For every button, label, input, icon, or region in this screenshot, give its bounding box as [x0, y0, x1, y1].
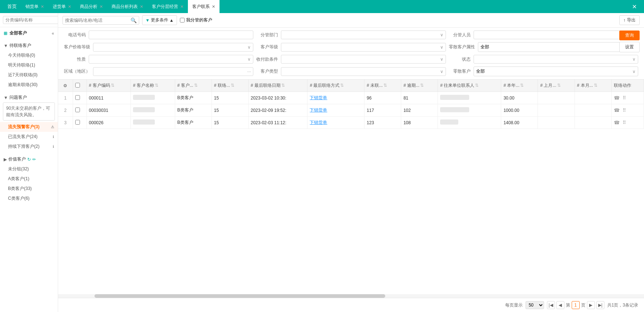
- search-button[interactable]: 🔍: [130, 17, 137, 23]
- customer-level-select[interactable]: ∨: [281, 43, 446, 52]
- first-page-button[interactable]: |◀: [547, 301, 555, 309]
- sidebar-item-ungrouped[interactable]: 未分组(32): [0, 164, 58, 174]
- table-header-last-method[interactable]: # 最后联络方式⇅: [307, 80, 365, 92]
- table-header-last-month[interactable]: # 上月...⇅: [538, 80, 575, 92]
- nav-tab-进货单[interactable]: 进货单 ✕: [48, 0, 76, 13]
- page-size-select[interactable]: 50 100 200: [526, 301, 544, 309]
- nav-tab-商品分析列表[interactable]: 商品分析列表 ✕: [107, 0, 148, 13]
- sidebar-section-problem-title[interactable]: ▼ 问题客户: [0, 93, 58, 102]
- table-header-overdue[interactable]: # 逾期...⇅: [401, 80, 438, 92]
- table-header-no-contact[interactable]: # 未联...⇅: [365, 80, 401, 92]
- close-icon[interactable]: ✕: [41, 4, 44, 9]
- last-method-link[interactable]: 下销货单: [310, 108, 327, 113]
- row-checkbox[interactable]: [73, 104, 86, 117]
- nav-tab-客户分层经营[interactable]: 客户分层经营 ✕: [148, 0, 188, 13]
- table-header-code[interactable]: # 客户编码⇅: [86, 80, 131, 92]
- table-header-this-year[interactable]: # 本年...⇅: [501, 80, 538, 92]
- next-page-button[interactable]: ▶: [587, 301, 595, 309]
- more-action-icon[interactable]: ⠿: [623, 95, 626, 101]
- horizontal-scrollbar[interactable]: [58, 294, 644, 298]
- payment-select[interactable]: ∨: [281, 55, 446, 64]
- table-header-checkbox[interactable]: [73, 80, 86, 92]
- zero-attr-select[interactable]: 全部 ∨: [478, 42, 638, 52]
- select-all-checkbox[interactable]: [75, 83, 80, 88]
- table-header-this-month[interactable]: # 本月...⇅: [575, 80, 611, 92]
- contact-action-icon[interactable]: ☎: [614, 120, 620, 125]
- collapse-icon[interactable]: «: [52, 31, 54, 36]
- row-checkbox[interactable]: [73, 117, 86, 129]
- row-this-year: 30.00: [501, 92, 538, 104]
- row-last-method: 下销货单: [307, 117, 365, 129]
- sidebar-item-7day-pending[interactable]: 近7天待联络(0): [0, 70, 58, 80]
- my-customers-checkbox[interactable]: [180, 18, 185, 23]
- sidebar-item-today-pending[interactable]: 今天待联络(0): [0, 50, 58, 60]
- manager-select[interactable]: ∨: [474, 31, 632, 39]
- close-icon[interactable]: ✕: [140, 4, 143, 9]
- sidebar-item-overdue-pending[interactable]: 逾期未联络(30): [0, 80, 58, 90]
- sidebar-search-input[interactable]: [3, 16, 58, 24]
- table-header-gear[interactable]: ⚙: [58, 80, 73, 92]
- sidebar-all-customers[interactable]: ⊞ 全部客户 «: [0, 27, 58, 39]
- price-level-select[interactable]: ∨: [93, 43, 253, 52]
- row-name: [131, 104, 175, 117]
- status-select[interactable]: ∨: [474, 55, 638, 64]
- phone-input[interactable]: [89, 31, 253, 39]
- prev-page-button[interactable]: ◀: [556, 301, 564, 309]
- sidebar-item-churned[interactable]: 已流失客户(24) ℹ: [0, 132, 58, 142]
- search-input[interactable]: [65, 18, 130, 23]
- close-icon[interactable]: ✕: [212, 4, 215, 9]
- last-method-link[interactable]: 下销货单: [310, 120, 327, 125]
- nav-home[interactable]: 首页: [3, 3, 21, 10]
- table-header-name[interactable]: # 客户名称⇅: [131, 80, 175, 92]
- table-header-unit-contact[interactable]: # 往来单位联系人⇅: [438, 80, 501, 92]
- my-customers-checkbox-label[interactable]: 我分管的客户: [180, 17, 212, 23]
- last-method-link[interactable]: 下销货单: [310, 95, 327, 100]
- sidebar: 🔍 ⊞ 全部客户 « ▼ 待联络客户 今天待联络(0) 明天待联络(1) 近7天…: [0, 13, 58, 312]
- table-row: 2 00030031 B类客户 15 2023-02-09 19:52: 下销货…: [58, 104, 644, 117]
- sidebar-item-declining[interactable]: 持续下滑客户(2) ℹ: [0, 142, 58, 151]
- row-code: 00030031: [86, 104, 131, 117]
- customer-table: ⚙ # 客户编码⇅ # 客户名称⇅ # 客户...⇅ # 联络...⇅ # 最后…: [58, 80, 644, 129]
- region-select[interactable]: ···: [93, 67, 253, 76]
- sidebar-item-class-a[interactable]: A类客户(1): [0, 174, 58, 184]
- page-size-label: 每页显示: [505, 302, 523, 308]
- customer-level-label: 客户等级: [256, 44, 278, 50]
- dept-select[interactable]: ∨: [281, 31, 446, 39]
- export-button[interactable]: ↑ 导出: [619, 15, 640, 25]
- table-header-type[interactable]: # 客户...⇅: [175, 80, 212, 92]
- more-action-icon[interactable]: ⠿: [623, 120, 626, 125]
- contact-action-icon[interactable]: ☎: [614, 95, 620, 101]
- row-last-date: 2023-02-03 11:12:: [248, 117, 307, 129]
- more-filter-button[interactable]: ▼ 更多条件 ▲: [142, 15, 177, 25]
- sidebar-section-value-title[interactable]: ▶ 价值客户 ↻ ✏: [0, 154, 58, 164]
- row-checkbox[interactable]: [73, 92, 86, 104]
- table-header-contact[interactable]: # 联络...⇅: [212, 80, 248, 92]
- query-button[interactable]: 查询: [619, 31, 640, 40]
- more-action-icon[interactable]: ⠿: [623, 108, 626, 113]
- nav-tab-商品分析[interactable]: 商品分析 ✕: [76, 0, 107, 13]
- gender-select[interactable]: ∨: [89, 55, 253, 64]
- refresh-icon[interactable]: ↻: [27, 157, 31, 162]
- sidebar-item-class-b[interactable]: B类客户(33): [0, 184, 58, 194]
- row-this-month: [575, 92, 611, 104]
- table-header-last-date[interactable]: # 最后联络日期⇅: [248, 80, 307, 92]
- sidebar-item-tomorrow-pending[interactable]: 明天待联络(1): [0, 60, 58, 70]
- sidebar-item-class-c[interactable]: C类客户(6): [0, 194, 58, 203]
- contact-action-icon[interactable]: ☎: [614, 108, 620, 113]
- sidebar-item-churn-warning[interactable]: 流失预警客户(3) ⚠: [0, 122, 58, 132]
- customer-type-select[interactable]: ∨: [281, 67, 446, 76]
- zero-customer-select[interactable]: 全部 ∨: [474, 66, 638, 76]
- last-page-button[interactable]: ▶|: [596, 301, 604, 309]
- close-icon[interactable]: ✕: [180, 4, 184, 9]
- close-icon[interactable]: ✕: [100, 4, 103, 9]
- sidebar-section-pending-title[interactable]: ▼ 待联络客户: [0, 41, 58, 50]
- settings-button[interactable]: 设置: [619, 42, 640, 52]
- edit-icon[interactable]: ✏: [32, 157, 36, 162]
- window-close-icon[interactable]: ✕: [628, 3, 641, 10]
- close-icon[interactable]: ✕: [68, 4, 71, 9]
- nav-tab-销货单[interactable]: 销货单 ✕: [21, 0, 48, 13]
- chevron-down-icon: ···: [247, 69, 251, 74]
- row-last-month: [538, 92, 575, 104]
- nav-tab-客户联系[interactable]: 客户联系 ✕: [188, 0, 220, 13]
- scrollbar-thumb[interactable]: [94, 294, 385, 298]
